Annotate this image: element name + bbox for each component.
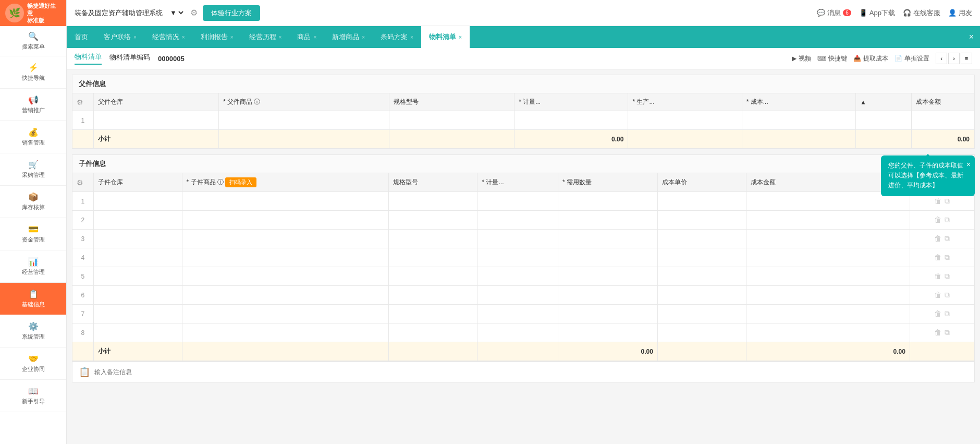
copy-icon-row-2[interactable]: ⧉ <box>945 215 950 224</box>
settings-icon[interactable]: ⚙ <box>190 8 198 18</box>
delete-icon-row-2[interactable]: 🗑 <box>934 215 941 224</box>
tooltip-close-btn[interactable]: × <box>966 159 971 170</box>
tab-biz-history[interactable]: 经营历程 × <box>241 26 290 48</box>
online-service-btn[interactable]: 🎧 在线客服 <box>903 8 940 18</box>
copy-icon-row-4[interactable]: ⧉ <box>945 253 950 262</box>
child-row-3-warehouse[interactable] <box>93 230 182 248</box>
child-row-6-unit[interactable] <box>477 286 558 305</box>
sidebar-item-purchase[interactable]: 🛒 采购管理 <box>0 153 66 186</box>
child-row-1-unit[interactable] <box>477 192 558 211</box>
child-row-7-goods[interactable] <box>182 305 389 323</box>
tab-op-status-close[interactable]: × <box>182 34 185 40</box>
copy-icon-row-8[interactable]: ⧉ <box>945 328 950 337</box>
copy-icon-row-6[interactable]: ⧉ <box>945 291 950 299</box>
child-row-1-goods[interactable] <box>182 192 389 211</box>
parent-row-1-cost[interactable] <box>742 111 855 130</box>
tab-customer[interactable]: 客户联络 × <box>96 26 144 48</box>
child-row-3-goods[interactable] <box>182 230 389 248</box>
scan-input-btn[interactable]: 扫码录入 <box>225 177 256 187</box>
child-row-7-qty[interactable] <box>558 305 657 323</box>
child-row-4-warehouse[interactable] <box>93 248 182 267</box>
sidebar-item-marketing[interactable]: 📢 营销推广 <box>0 89 66 121</box>
child-row-5-qty[interactable] <box>558 267 657 286</box>
child-row-6-warehouse[interactable] <box>93 286 182 305</box>
next-btn[interactable]: › <box>948 53 960 64</box>
child-row-1-unit-cost[interactable] <box>657 192 746 211</box>
child-row-2-unit-cost[interactable] <box>657 211 746 230</box>
page-tab-bom-list[interactable]: 物料清单 <box>75 52 102 65</box>
sidebar-item-finance[interactable]: 💳 资金管理 <box>0 218 66 250</box>
sidebar-item-collab[interactable]: 🤝 企业协同 <box>0 347 66 380</box>
child-row-1-spec[interactable] <box>389 192 477 211</box>
tab-add-goods[interactable]: 新增商品 × <box>324 26 373 48</box>
child-row-8-qty[interactable] <box>558 323 657 342</box>
list-btn[interactable]: ≡ <box>961 53 972 64</box>
delete-icon-row-3[interactable]: 🗑 <box>934 234 941 243</box>
copy-icon-row-3[interactable]: ⧉ <box>945 234 950 243</box>
shortcut-btn[interactable]: ⌨ 快捷键 <box>817 54 847 63</box>
child-row-4-unit-cost[interactable] <box>657 248 746 267</box>
child-row-8-warehouse[interactable] <box>93 323 182 342</box>
parent-row-1-goods[interactable] <box>218 111 389 130</box>
tab-profit-report[interactable]: 利润报告 × <box>193 26 241 48</box>
child-table-settings-icon[interactable]: ⚙ <box>77 178 83 187</box>
child-row-3-unit[interactable] <box>477 230 558 248</box>
sidebar-item-basic-info[interactable]: 📋 基础信息 <box>0 283 66 315</box>
child-row-4-unit[interactable] <box>477 248 558 267</box>
delete-icon-row-6[interactable]: 🗑 <box>934 291 941 299</box>
remark-input[interactable] <box>94 368 968 376</box>
child-row-8-spec[interactable] <box>389 323 477 342</box>
child-row-8-unit[interactable] <box>477 323 558 342</box>
child-row-7-unit-cost[interactable] <box>657 305 746 323</box>
parent-row-1-warehouse[interactable] <box>93 111 218 130</box>
child-row-5-spec[interactable] <box>389 267 477 286</box>
table-settings-icon[interactable]: ⚙ <box>77 98 83 106</box>
app-download-btn[interactable]: 📱 App下载 <box>859 8 895 18</box>
topbar-dropdown[interactable]: ▼ <box>168 8 185 17</box>
child-row-4-qty[interactable] <box>558 248 657 267</box>
child-row-2-warehouse[interactable] <box>93 211 182 230</box>
child-row-6-unit-cost[interactable] <box>657 286 746 305</box>
child-row-8-unit-cost[interactable] <box>657 323 746 342</box>
tab-goods[interactable]: 商品 × <box>289 26 324 48</box>
extract-cost-btn[interactable]: 📥 提取成本 <box>853 54 888 63</box>
child-row-2-unit[interactable] <box>477 211 558 230</box>
prev-btn[interactable]: ‹ <box>936 53 947 64</box>
parent-row-1-produce[interactable] <box>628 111 742 130</box>
single-setting-btn[interactable]: 📄 单据设置 <box>895 54 929 63</box>
tab-barcode-close[interactable]: × <box>410 34 413 40</box>
copy-icon-row-1[interactable]: ⧉ <box>945 197 950 206</box>
child-row-6-spec[interactable] <box>389 286 477 305</box>
copy-icon-row-5[interactable]: ⧉ <box>945 272 950 281</box>
sidebar-item-sales[interactable]: 💰 销售管理 <box>0 121 66 153</box>
nav-close-all[interactable]: × <box>963 32 980 42</box>
child-row-1-warehouse[interactable] <box>93 192 182 211</box>
child-row-2-spec[interactable] <box>389 211 477 230</box>
child-row-4-spec[interactable] <box>389 248 477 267</box>
tab-barcode[interactable]: 条码方案 × <box>373 26 421 48</box>
child-row-6-qty[interactable] <box>558 286 657 305</box>
tab-biz-close[interactable]: × <box>279 34 282 40</box>
child-row-1-qty[interactable] <box>558 192 657 211</box>
child-row-7-spec[interactable] <box>389 305 477 323</box>
sidebar-item-inventory[interactable]: 📦 库存核算 <box>0 186 66 218</box>
tab-operation-status[interactable]: 经营情况 × <box>144 26 193 48</box>
delete-icon-row-5[interactable]: 🗑 <box>934 272 941 281</box>
search-menu[interactable]: 🔍 搜索菜单 <box>0 26 66 56</box>
experience-btn[interactable]: 体验行业方案 <box>203 5 260 21</box>
sidebar-item-system[interactable]: ⚙️ 系统管理 <box>0 315 66 347</box>
message-btn[interactable]: 💬 消息 6 <box>817 8 851 18</box>
sidebar-item-guide[interactable]: 📖 新手引导 <box>0 380 66 412</box>
delete-icon-row-1[interactable]: 🗑 <box>934 197 941 206</box>
child-row-7-warehouse[interactable] <box>93 305 182 323</box>
tab-customer-close[interactable]: × <box>133 34 137 40</box>
tab-add-goods-close[interactable]: × <box>362 34 365 40</box>
delete-icon-row-8[interactable]: 🗑 <box>934 328 941 337</box>
parent-row-1-unit[interactable] <box>514 111 628 130</box>
tab-home[interactable]: 首页 <box>67 26 96 48</box>
tab-profit-close[interactable]: × <box>230 34 234 40</box>
child-row-3-qty[interactable] <box>558 230 657 248</box>
delete-icon-row-4[interactable]: 🗑 <box>934 253 941 262</box>
tab-bom[interactable]: 物料清单 × <box>421 26 470 48</box>
child-row-5-unit-cost[interactable] <box>657 267 746 286</box>
